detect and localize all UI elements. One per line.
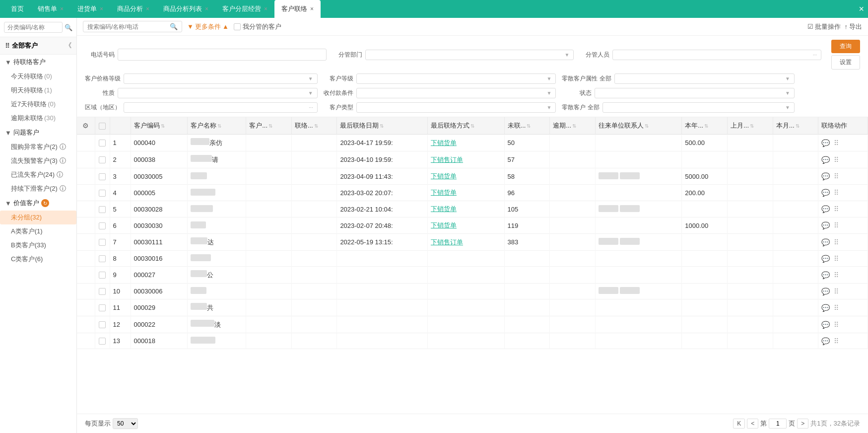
filter-region-input[interactable]: ··· xyxy=(124,102,318,113)
row-checkbox[interactable] xyxy=(99,288,106,295)
col-contact[interactable]: 联络...⇅ xyxy=(291,117,337,135)
filter-phone-input[interactable] xyxy=(118,49,327,61)
sidebar-item-tomorrow[interactable]: 明天待联络(1) xyxy=(0,83,76,97)
message-action-icon[interactable]: 💬 xyxy=(821,304,830,312)
row-checkbox[interactable] xyxy=(99,140,106,146)
contact-method-link[interactable]: 下销货单 xyxy=(431,205,457,213)
col-uncontacted[interactable]: 未联...⇅ xyxy=(504,117,550,135)
grid-action-icon[interactable]: ⠿ xyxy=(834,172,839,180)
sidebar-item-churn-warning[interactable]: 流失预警客户(3) ⓘ xyxy=(0,154,76,168)
sidebar-item-b-class[interactable]: B类客户(33) xyxy=(0,238,76,252)
tab-home[interactable]: 首页 xyxy=(4,0,31,18)
grid-action-icon[interactable]: ⠿ xyxy=(834,321,839,329)
col-this-year[interactable]: 本年...⇅ xyxy=(682,117,728,135)
sidebar-search-input[interactable] xyxy=(4,22,63,33)
grid-action-icon[interactable]: ⠿ xyxy=(834,205,839,213)
filter-customer-level-select[interactable]: ▼ xyxy=(356,73,556,84)
tab-product-analysis[interactable]: 商品分析 × xyxy=(110,0,156,18)
message-action-icon[interactable]: 💬 xyxy=(821,189,830,197)
contact-method-link[interactable]: 下销货单 xyxy=(431,189,457,196)
contact-method-link[interactable]: 下销售订单 xyxy=(431,238,463,246)
grid-action-icon[interactable]: ⠿ xyxy=(834,156,839,164)
bulk-operations-button[interactable]: ☑ 批量操作 xyxy=(807,22,841,31)
tab-customer-contact[interactable]: 客户联络 × xyxy=(274,0,321,18)
tab-purchase-close[interactable]: × xyxy=(100,5,103,12)
message-action-icon[interactable]: 💬 xyxy=(821,321,830,329)
filter-retail-attr-select[interactable]: ▼ xyxy=(614,73,795,84)
tab-sales[interactable]: 销售单 × xyxy=(31,0,70,18)
tab-customer-contact-close[interactable]: × xyxy=(310,5,314,12)
more-filters-button[interactable]: ▼ 更多条件 ▲ xyxy=(187,22,229,31)
sidebar-item-churned[interactable]: 已流失客户(24) ⓘ xyxy=(0,168,76,182)
grid-action-icon[interactable]: ⠿ xyxy=(834,304,839,312)
message-action-icon[interactable]: 💬 xyxy=(821,205,830,213)
sidebar-item-today[interactable]: 今天待联络(0) xyxy=(0,70,76,83)
message-action-icon[interactable]: 💬 xyxy=(821,238,830,246)
row-checkbox[interactable] xyxy=(99,222,106,229)
refresh-badge[interactable]: ↻ xyxy=(41,199,49,207)
row-checkbox[interactable] xyxy=(99,338,106,345)
grid-action-icon[interactable]: ⠿ xyxy=(834,255,839,263)
row-checkbox[interactable] xyxy=(99,173,106,180)
grid-action-icon[interactable]: ⠿ xyxy=(834,189,839,197)
row-checkbox[interactable] xyxy=(99,190,106,197)
my-customers-check[interactable] xyxy=(234,23,241,30)
tab-product-analysis-close[interactable]: × xyxy=(146,5,149,12)
sidebar-item-overdue[interactable]: 逾期未联络(30) xyxy=(0,111,76,125)
col-overdue[interactable]: 逾期...⇅ xyxy=(550,117,596,135)
reset-button[interactable]: 设置 xyxy=(831,55,860,70)
grid-action-icon[interactable]: ⠿ xyxy=(834,139,839,147)
col-last-month[interactable]: 上月...⇅ xyxy=(728,117,773,135)
select-all-checkbox[interactable] xyxy=(99,123,106,130)
row-checkbox[interactable] xyxy=(99,304,106,311)
sidebar-item-declining[interactable]: 持续下滑客户(2) ⓘ xyxy=(0,182,76,196)
message-action-icon[interactable]: 💬 xyxy=(821,288,830,295)
sidebar-item-7days[interactable]: 近7天待联络(0) xyxy=(0,97,76,111)
message-action-icon[interactable]: 💬 xyxy=(821,156,830,164)
top-close-button[interactable]: × xyxy=(859,4,864,14)
section-value-customers[interactable]: ▼ 价值客户 ↻ xyxy=(0,196,76,211)
search-icon[interactable]: 🔍 xyxy=(170,23,178,30)
message-action-icon[interactable]: 💬 xyxy=(821,337,830,345)
filter-payment-select[interactable]: ▼ xyxy=(356,88,556,98)
filter-retail-select[interactable]: ▼ xyxy=(602,102,795,113)
tab-product-analysis-list-close[interactable]: × xyxy=(205,5,208,12)
message-action-icon[interactable]: 💬 xyxy=(821,271,830,279)
message-action-icon[interactable]: 💬 xyxy=(821,139,830,147)
grid-action-icon[interactable]: ⠿ xyxy=(834,288,839,295)
grid-action-icon[interactable]: ⠿ xyxy=(834,238,839,246)
sidebar-search-icon[interactable]: 🔍 xyxy=(65,24,72,31)
filter-nature-select[interactable]: ▼ xyxy=(118,88,318,98)
filter-price-level-select[interactable]: ▼ xyxy=(124,73,318,84)
row-checkbox[interactable] xyxy=(99,272,106,279)
sidebar-item-abnormal[interactable]: 囤购异常客户(2) ⓘ xyxy=(0,140,76,154)
sidebar-item-ungrouped[interactable]: 未分组(32) xyxy=(0,211,76,224)
sidebar-item-c-class[interactable]: C类客户(6) xyxy=(0,252,76,266)
sidebar-item-a-class[interactable]: A类客户(1) xyxy=(0,224,76,238)
contact-method-link[interactable]: 下销售订单 xyxy=(431,156,463,163)
tab-product-analysis-list[interactable]: 商品分析列表 × xyxy=(156,0,215,18)
per-page-select[interactable]: 50 100 200 xyxy=(113,418,138,429)
contact-method-link[interactable]: 下销货单 xyxy=(431,172,457,180)
tab-purchase[interactable]: 进货单 × xyxy=(70,0,110,18)
prev-page-button[interactable]: < xyxy=(747,419,758,429)
filter-dept-select[interactable]: ▼ xyxy=(365,50,574,60)
page-input[interactable] xyxy=(769,419,787,429)
query-button[interactable]: 查询 xyxy=(831,40,860,53)
col-code[interactable]: 客户编码⇅ xyxy=(131,117,188,135)
row-checkbox[interactable] xyxy=(99,321,106,328)
contact-method-link[interactable]: 下销货单 xyxy=(431,139,457,146)
tab-customer-segment-close[interactable]: × xyxy=(264,5,267,12)
row-checkbox[interactable] xyxy=(99,206,106,213)
export-button[interactable]: ↑ 导出 xyxy=(845,22,863,31)
row-checkbox[interactable] xyxy=(99,156,106,163)
col-contact-person[interactable]: 往来单位联系人⇅ xyxy=(595,117,682,135)
row-checkbox[interactable] xyxy=(99,239,106,246)
filter-person-input[interactable]: ··· xyxy=(612,50,821,60)
section-problem-customers[interactable]: ▼ 问题客户 xyxy=(0,125,76,140)
section-pending-contact[interactable]: ▼ 待联络客户 xyxy=(0,55,76,70)
grid-action-icon[interactable]: ⠿ xyxy=(834,271,839,279)
col-name[interactable]: 客户名称⇅ xyxy=(188,117,246,135)
next-page-button[interactable]: > xyxy=(797,419,808,429)
my-customers-checkbox[interactable]: 我分管的客户 xyxy=(234,22,281,31)
